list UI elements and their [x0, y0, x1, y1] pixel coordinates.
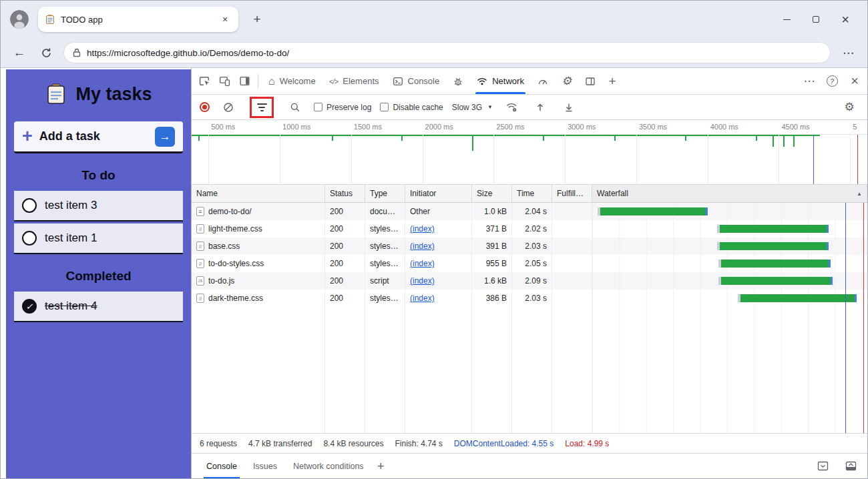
network-wifi-icon [477, 77, 487, 85]
tab-welcome[interactable]: Welcome [262, 68, 322, 94]
type-cell: script [365, 272, 405, 290]
size-cell: 955 B [472, 255, 512, 272]
drawer-expand-button[interactable] [841, 456, 861, 476]
task-checkbox[interactable] [22, 231, 37, 246]
tab-performance[interactable] [531, 68, 555, 94]
device-toolbar-button[interactable] [214, 71, 234, 91]
tab-network[interactable]: Network [470, 68, 531, 94]
browser-tab[interactable]: TODO app [38, 7, 238, 32]
person-icon [10, 10, 29, 29]
waterfall-cell [592, 220, 867, 237]
disable-cache-checkbox[interactable]: Disable cache [380, 103, 443, 112]
network-settings-gear-icon[interactable] [839, 97, 859, 117]
initiator-link[interactable]: (index) [410, 259, 435, 268]
empty-cell [192, 307, 325, 433]
load-time: Load: 4.99 s [565, 439, 609, 448]
tab-layout[interactable] [578, 68, 602, 94]
back-button[interactable]: ← [10, 43, 29, 62]
refresh-button[interactable] [37, 43, 55, 62]
drawer-dock-button[interactable] [813, 456, 833, 476]
task-item[interactable]: test item 1 [14, 223, 183, 254]
checkbox-unchecked[interactable] [380, 103, 389, 111]
size-cell: 371 B [472, 220, 512, 237]
chevron-down-icon [487, 104, 493, 110]
tab-elements[interactable]: Elements [322, 68, 386, 94]
drawer-console-label: Console [206, 462, 237, 471]
table-row[interactable]: light-theme.css 200 styles… (index) 371 … [192, 220, 867, 237]
initiator-link[interactable]: (index) [410, 224, 435, 233]
tab-welcome-label: Welcome [280, 76, 316, 86]
gear-icon [562, 74, 572, 88]
tab-close-icon[interactable] [218, 13, 232, 26]
column-header-type[interactable]: Type [365, 185, 405, 203]
file-type-icon [196, 259, 204, 268]
tab-elements-label: Elements [343, 76, 379, 86]
network-overview[interactable]: 500 ms1000 ms1500 ms2000 ms2500 ms3000 m… [192, 120, 867, 185]
panel-toggle-button[interactable] [234, 71, 254, 91]
arrow-down-icon [564, 102, 574, 113]
column-header-size[interactable]: Size [472, 185, 512, 203]
window-close-button[interactable] [833, 9, 858, 29]
gridline [351, 135, 352, 184]
inspect-element-button[interactable] [194, 71, 214, 91]
waterfall-bar [738, 294, 856, 302]
table-row[interactable]: to-do-styles.css 200 styles… (index) 955… [192, 255, 867, 272]
task-checkbox-checked[interactable] [22, 299, 37, 314]
filter-icon [257, 103, 267, 105]
window-minimize-button[interactable] [774, 9, 799, 29]
task-item[interactable]: test item 3 [14, 191, 183, 221]
initiator-link[interactable]: (index) [410, 242, 435, 251]
devtools-close-button[interactable] [845, 71, 865, 91]
drawer-add-tab-button[interactable] [372, 459, 390, 474]
time-cell: 2.04 s [512, 203, 552, 220]
table-row[interactable]: dark-theme.css 200 styles… (index) 386 B… [192, 290, 867, 307]
table-row[interactable]: to-do.js 200 script (index) 1.6 kB 2.09 … [192, 272, 867, 290]
todo-app-title: My tasks [75, 84, 152, 105]
table-row[interactable]: demo-to-do/ 200 docu… Other 1.0 kB 2.04 … [192, 203, 867, 220]
device-emulation-icon [219, 75, 230, 87]
column-header-time[interactable]: Time [512, 185, 552, 203]
profile-avatar[interactable] [10, 10, 29, 29]
record-icon [202, 105, 207, 109]
checkbox-unchecked[interactable] [314, 103, 322, 111]
add-task-button[interactable]: Add a task [14, 121, 183, 153]
column-header-name[interactable]: Name [192, 185, 325, 203]
tab-debugger[interactable] [446, 68, 470, 94]
tab-settings[interactable] [555, 68, 578, 94]
column-header-status[interactable]: Status [325, 185, 365, 203]
preserve-log-checkbox[interactable]: Preserve log [314, 103, 371, 112]
drawer-tab-issues[interactable]: Issues [245, 454, 285, 478]
filter-button[interactable] [252, 99, 272, 116]
column-header-waterfall[interactable]: Waterfall [592, 185, 867, 203]
file-type-icon [196, 224, 204, 233]
export-har-button[interactable] [559, 97, 579, 117]
record-network-log-button[interactable] [200, 102, 210, 112]
new-tab-button[interactable] [248, 10, 266, 29]
initiator-link[interactable]: (index) [410, 294, 435, 303]
devtools-menu-button[interactable] [799, 71, 819, 91]
import-har-button[interactable] [530, 97, 550, 117]
drawer-tab-network-conditions[interactable]: Network conditions [285, 454, 372, 478]
devtools-help-button[interactable] [822, 71, 842, 91]
initiator-value[interactable]: Other [410, 207, 430, 216]
submit-task-button[interactable] [155, 127, 175, 147]
task-item-completed[interactable]: test item 4 [14, 292, 183, 322]
name-cell: demo-to-do/ [192, 203, 325, 220]
requests-count: 6 requests [200, 439, 237, 448]
network-throttling-select[interactable]: Slow 3G [452, 103, 493, 112]
initiator-link[interactable]: (index) [410, 276, 435, 286]
task-checkbox[interactable] [22, 198, 37, 213]
window-maximize-button[interactable] [803, 9, 829, 29]
add-devtools-tab-button[interactable] [602, 71, 622, 91]
column-header-initiator[interactable]: Initiator [405, 185, 472, 203]
table-row[interactable]: base.css 200 styles… (index) 391 B 2.03 … [192, 237, 867, 255]
network-conditions-button[interactable] [501, 97, 521, 117]
column-header-fulfilled[interactable]: Fulfill… [552, 185, 592, 203]
search-network-button[interactable] [285, 97, 305, 117]
drawer-tab-console[interactable]: Console [198, 454, 245, 478]
waterfall-cell [592, 290, 867, 307]
tab-console[interactable]: Console [386, 68, 447, 94]
url-bar[interactable]: https://microsoftedge.github.io/Demos/de… [63, 42, 831, 63]
browser-menu-button[interactable] [839, 46, 858, 60]
clear-network-log-button[interactable] [218, 97, 238, 117]
